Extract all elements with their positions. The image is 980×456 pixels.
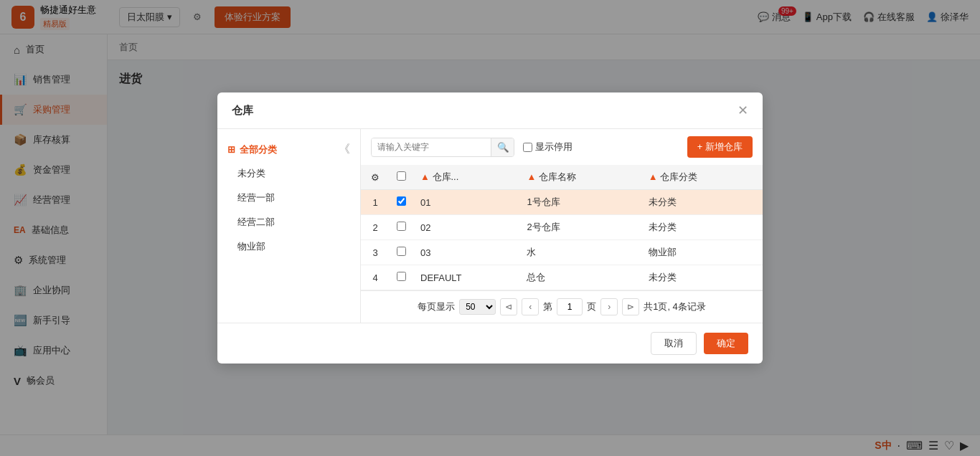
toolbar-left: 🔍 显示停用: [371, 138, 573, 157]
table-body: 1 01 1号仓库 未分类 2: [361, 190, 763, 290]
th-settings: ⚙: [361, 165, 390, 190]
row-checkbox[interactable]: [397, 272, 406, 281]
pagination: 每页显示 50 100 ⊲ ‹ 第 页 › ⊳ 共1页, 4条记录: [361, 290, 763, 323]
category-item-property[interactable]: 物业部: [217, 234, 360, 259]
page-next-button[interactable]: ›: [600, 298, 618, 315]
row-name: 2号仓库: [519, 215, 641, 240]
row-code: 03: [413, 240, 519, 265]
category-header: ⊞ 全部分类 《: [217, 138, 360, 161]
modal-close-button[interactable]: ✕: [738, 103, 748, 118]
row-num: 1: [361, 190, 390, 215]
table-panel: 🔍 显示停用 + 新增仓库 ⚙: [361, 129, 763, 323]
row-name: 1号仓库: [519, 190, 641, 215]
row-code: 02: [413, 215, 519, 240]
cancel-button[interactable]: 取消: [651, 332, 697, 355]
grid-icon: ⊞: [227, 144, 235, 155]
row-checkbox-cell: [390, 215, 413, 240]
table-toolbar: 🔍 显示停用 + 新增仓库: [361, 129, 763, 165]
row-checkbox-cell: [390, 240, 413, 265]
search-input[interactable]: [372, 138, 491, 156]
sort-icon-code: ▲: [420, 171, 430, 182]
th-category: ▲ 仓库分类: [641, 165, 763, 190]
page-last-button[interactable]: ⊳: [622, 298, 639, 315]
category-panel: ⊞ 全部分类 《 未分类 经营一部 经营二部 物业部: [217, 129, 361, 323]
modal-footer: 取消 确定: [217, 323, 763, 364]
table-row[interactable]: 2 02 2号仓库 未分类: [361, 215, 763, 240]
warehouse-modal: 仓库 ✕ ⊞ 全部分类 《 未分类 经营一部 经营二部 物业部: [217, 92, 763, 364]
modal-overlay: 仓库 ✕ ⊞ 全部分类 《 未分类 经营一部 经营二部 物业部: [0, 0, 980, 456]
page-first-button[interactable]: ⊲: [500, 298, 517, 315]
per-page-select[interactable]: 50 100: [459, 299, 496, 315]
modal-body: ⊞ 全部分类 《 未分类 经营一部 经营二部 物业部 🔍: [217, 129, 763, 323]
modal-title: 仓库: [232, 104, 253, 118]
table-header: ⚙ ▲ 仓库... ▲: [361, 165, 763, 190]
category-item-ops2[interactable]: 经营二部: [217, 210, 360, 234]
search-button[interactable]: 🔍: [491, 138, 514, 156]
row-checkbox-cell: [390, 190, 413, 215]
sort-icon-name: ▲: [527, 171, 536, 182]
table-row[interactable]: 1 01 1号仓库 未分类: [361, 190, 763, 215]
table-row[interactable]: 4 DEFAULT 总仓 未分类: [361, 265, 763, 290]
search-box: 🔍: [371, 138, 514, 157]
th-name: ▲ 仓库名称: [519, 165, 641, 190]
row-category: 未分类: [641, 190, 763, 215]
th-code: ▲ 仓库...: [413, 165, 519, 190]
category-item-unclassified[interactable]: 未分类: [217, 161, 360, 186]
row-checkbox[interactable]: [397, 196, 406, 206]
all-category[interactable]: ⊞ 全部分类: [227, 143, 277, 156]
select-all-checkbox[interactable]: [397, 171, 406, 181]
row-category: 物业部: [641, 240, 763, 265]
modal-header: 仓库 ✕: [217, 92, 763, 129]
add-warehouse-button[interactable]: + 新增仓库: [687, 136, 753, 158]
row-code: DEFAULT: [413, 265, 519, 290]
row-name: 总仓: [519, 265, 641, 290]
row-num: 3: [361, 240, 390, 265]
row-checkbox[interactable]: [397, 222, 406, 231]
page-prev-button[interactable]: ‹: [522, 298, 539, 315]
row-category: 未分类: [641, 265, 763, 290]
row-category: 未分类: [641, 215, 763, 240]
row-name: 水: [519, 240, 641, 265]
row-checkbox-cell: [390, 265, 413, 290]
page-label: 第: [543, 300, 552, 313]
total-info: 共1页, 4条记录: [644, 300, 706, 313]
row-num: 2: [361, 215, 390, 240]
confirm-button[interactable]: 确定: [704, 333, 748, 354]
sort-icon-cat: ▲: [649, 171, 658, 182]
category-item-ops1[interactable]: 经营一部: [217, 186, 360, 210]
table-scroll: ⚙ ▲ 仓库... ▲: [361, 165, 763, 290]
table-row[interactable]: 3 03 水 物业部: [361, 240, 763, 265]
show-disabled-text: 显示停用: [535, 141, 573, 153]
warehouse-table: ⚙ ▲ 仓库... ▲: [361, 165, 763, 290]
show-disabled-checkbox[interactable]: [523, 143, 532, 152]
per-page-label: 每页显示: [418, 300, 455, 313]
show-disabled-label[interactable]: 显示停用: [523, 141, 573, 153]
all-category-label: 全部分类: [240, 143, 277, 156]
th-checkbox: [390, 165, 413, 190]
row-num: 4: [361, 265, 390, 290]
category-collapse-button[interactable]: 《: [339, 142, 350, 157]
row-code: 01: [413, 190, 519, 215]
page-number-input[interactable]: [557, 298, 583, 315]
page-suffix: 页: [587, 300, 596, 313]
row-checkbox[interactable]: [397, 247, 406, 256]
